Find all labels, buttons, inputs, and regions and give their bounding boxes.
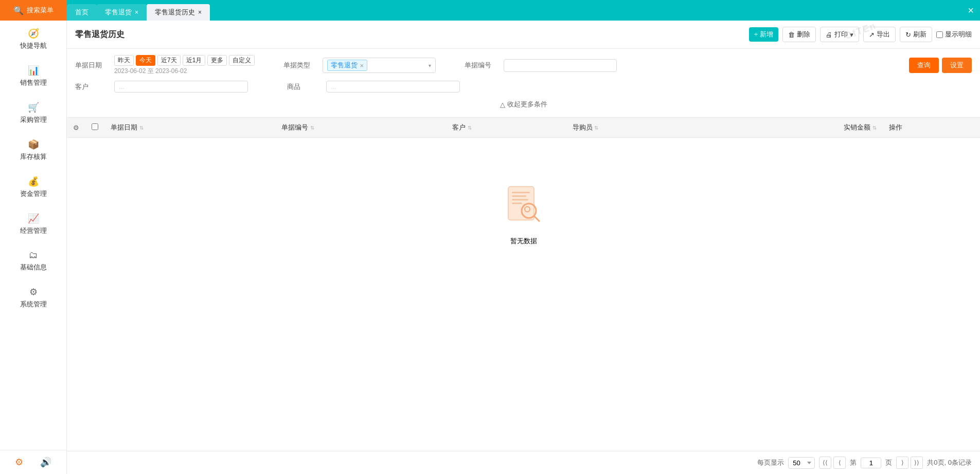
sidebar-item-quick-nav[interactable]: 🧭 快捷导航	[0, 21, 66, 58]
page-first-btn[interactable]: ⟨⟨	[819, 457, 831, 469]
settings-bottom-icon[interactable]: ⚙	[15, 457, 23, 468]
tab-retail-return[interactable]: 零售退货 ×	[97, 4, 147, 21]
refresh-icon: ↻	[905, 31, 911, 39]
th-guide[interactable]: 导购员 ⇅	[566, 118, 712, 138]
sidebar-item-sales[interactable]: 📊 销售管理	[0, 58, 66, 95]
collapse-btn[interactable]: △ 收起更多条件	[75, 98, 972, 111]
sidebar-label-system: 系统管理	[20, 300, 47, 309]
th-customer[interactable]: 客户 ⇅	[446, 118, 566, 138]
sidebar-label-operations: 经营管理	[20, 226, 47, 235]
page-next-btn[interactable]: ⟩	[896, 457, 908, 469]
goods-input-wrapper[interactable]: ...	[326, 81, 460, 93]
empty-state-row: 暂无数据	[67, 138, 980, 287]
display-detail-label[interactable]: 显示明细	[945, 30, 972, 39]
th-settings: ⚙	[67, 118, 85, 138]
export-button[interactable]: ↗ 导出	[863, 27, 896, 42]
search-icon: 🔍	[13, 6, 24, 15]
th-no[interactable]: 单据编号 ⇅	[275, 118, 446, 138]
export-icon: ↗	[869, 31, 875, 39]
th-date[interactable]: 单据日期 ⇅	[104, 118, 275, 138]
total-info: 共0页, 0条记录	[927, 458, 972, 467]
customer-label: 客户	[75, 82, 106, 92]
sidebar-item-operations[interactable]: 📈 经营管理	[0, 206, 66, 243]
voucher-type-dropdown-icon: ▾	[429, 63, 431, 68]
sidebar-item-purchase[interactable]: 🛒 采购管理	[0, 95, 66, 132]
empty-text: 暂无数据	[510, 236, 537, 246]
sidebar-label-quick-nav: 快捷导航	[20, 41, 47, 50]
svg-rect-3	[512, 199, 528, 200]
sales-icon: 📊	[28, 65, 39, 76]
empty-state-cell: 暂无数据	[67, 138, 980, 287]
date-shortcuts-group: 昨天 今天 近7天 近1月 更多 自定义 2023-06-02 至 2023-0…	[114, 55, 255, 76]
date-yesterday[interactable]: 昨天	[114, 55, 134, 66]
tab-close-retail-return[interactable]: ×	[135, 9, 138, 16]
sidebar-item-inventory[interactable]: 📦 库存核算	[0, 132, 66, 169]
date-shortcuts: 昨天 今天 近7天 近1月 更多 自定义	[114, 55, 255, 66]
display-detail-checkbox[interactable]	[936, 31, 943, 38]
refresh-button[interactable]: ↻ 刷新	[900, 27, 932, 42]
filter-area: 单据日期 昨天 今天 近7天 近1月 更多 自定义 2023-06-02 至 2…	[67, 49, 980, 118]
query-setting-group: 查询 设置	[909, 58, 972, 73]
th-amount[interactable]: 实销金额 ⇅	[711, 118, 882, 138]
finance-icon: 💰	[28, 176, 39, 187]
customer-input-wrapper[interactable]: ...	[114, 81, 248, 93]
date-custom[interactable]: 自定义	[229, 55, 255, 66]
table-header-row: ⚙ 单据日期 ⇅ 单据编号 ⇅	[67, 118, 980, 138]
header-actions: + 新增 🗑 删除 🖨 打印 ▾ ↗ 导出 ↻ 刷新	[749, 27, 972, 42]
page-prefix: 第	[850, 458, 857, 467]
search-menu-btn[interactable]: 🔍 搜索菜单	[0, 0, 67, 21]
page-prev-btn[interactable]: ⟨	[833, 457, 846, 469]
tabs-area: 首页 零售退货 × 零售退货历史 ×	[67, 0, 961, 21]
svg-rect-1	[512, 192, 530, 193]
print-icon: 🖨	[826, 31, 832, 39]
tab-close-retail-return-history[interactable]: ×	[198, 9, 202, 16]
empty-state: 暂无数据	[67, 138, 980, 287]
sort-guide-icon: ⇅	[594, 125, 598, 131]
pagination-nav: ⟨⟨ ⟨ 第 页 ⟩ ⟩⟩	[819, 457, 923, 469]
tab-home[interactable]: 首页	[67, 4, 97, 21]
date-7days[interactable]: 近7天	[157, 55, 181, 66]
voucher-no-input[interactable]	[504, 59, 617, 72]
column-settings-icon[interactable]: ⚙	[73, 124, 79, 132]
operations-icon: 📈	[28, 213, 39, 224]
per-page-select[interactable]: 10 20 50 100	[788, 457, 815, 469]
sidebar-label-finance: 资金管理	[20, 189, 47, 198]
delete-button[interactable]: 🗑 删除	[782, 27, 816, 42]
page-header: 零售退货历史 + 新增 🗑 删除 🖨 打印 ▾ ↗ 导出 ↻	[67, 21, 980, 49]
voucher-type-close[interactable]: ×	[360, 62, 364, 69]
query-button[interactable]: 查询	[909, 58, 939, 73]
print-button[interactable]: 🖨 打印 ▾	[820, 27, 859, 42]
window-close-btn[interactable]: ×	[961, 5, 980, 16]
sidebar-label-basic-info: 基础信息	[20, 263, 47, 272]
per-page-label: 每页显示	[757, 458, 784, 467]
main-layout: 🧭 快捷导航 📊 销售管理 🛒 采购管理 📦 库存核算 💰 资金管理 📈 经营管…	[0, 21, 980, 474]
sidebar-label-sales: 销售管理	[20, 78, 47, 87]
sidebar-item-basic-info[interactable]: 🗂 基础信息	[0, 243, 66, 279]
page-last-btn[interactable]: ⟩⟩	[911, 457, 923, 469]
select-all-checkbox[interactable]	[92, 123, 98, 130]
page-number-input[interactable]	[861, 458, 881, 468]
table-header: ⚙ 单据日期 ⇅ 单据编号 ⇅	[67, 118, 980, 138]
th-checkbox	[85, 118, 104, 138]
volume-icon[interactable]: 🔊	[40, 457, 51, 468]
collapse-label: 收起更多条件	[507, 100, 547, 109]
date-1month[interactable]: 近1月	[183, 55, 206, 66]
new-button[interactable]: + 新增	[749, 27, 778, 42]
collapse-icon: △	[500, 101, 505, 108]
basic-info-icon: 🗂	[29, 250, 38, 261]
tab-retail-return-history[interactable]: 零售退货历史 ×	[147, 4, 210, 21]
display-detail-wrapper: 显示明细	[936, 30, 972, 39]
date-today[interactable]: 今天	[136, 55, 155, 66]
table-footer: 每页显示 10 20 50 100 ⟨⟨ ⟨ 第 页 ⟩ ⟩⟩ 共0页, 0条记…	[67, 451, 980, 474]
customer-placeholder: ...	[119, 83, 243, 90]
sidebar-item-finance[interactable]: 💰 资金管理	[0, 169, 66, 206]
voucher-type-select-wrapper[interactable]: 零售退货 × ▾	[323, 58, 436, 73]
sort-customer-icon: ⇅	[468, 125, 472, 131]
filter-row-2: 客户 ... 商品 ...	[75, 81, 972, 93]
setting-button[interactable]: 设置	[942, 58, 972, 73]
date-more[interactable]: 更多	[207, 55, 227, 66]
goods-label: 商品	[287, 82, 318, 92]
page-unit: 页	[885, 458, 892, 467]
sort-amount-icon: ⇅	[872, 125, 877, 131]
sidebar-item-system[interactable]: ⚙ 系统管理	[0, 279, 66, 316]
